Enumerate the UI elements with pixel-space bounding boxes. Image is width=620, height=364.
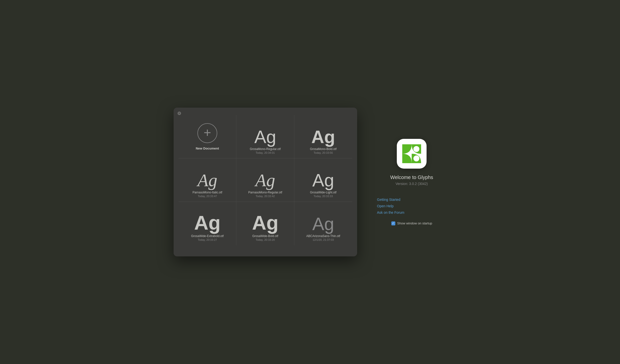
- ag-preview-0: Ag: [239, 128, 291, 146]
- welcome-title: Welcome to Glyphs: [390, 175, 433, 180]
- file-date-3: Today, 20:33:42: [248, 195, 282, 198]
- file-info-7: ABCArizonaSans-Thin.otf 12/1/20, 21:37:0…: [306, 234, 340, 241]
- welcome-dialog: ✕ + New Document Ag GrosaMono-Regular.ot…: [174, 108, 357, 256]
- file-cell-0[interactable]: Ag GrosaMono-Regular.otf Today, 20:34:01: [236, 115, 294, 158]
- app-icon: [397, 139, 427, 169]
- font-preview-7: Ag ABCArizonaSans-Thin.otf 12/1/20, 21:3…: [297, 215, 350, 241]
- close-button[interactable]: ✕: [178, 112, 181, 115]
- file-cell-7[interactable]: Ag ABCArizonaSans-Thin.otf 12/1/20, 21:3…: [294, 202, 352, 245]
- font-preview-2: Ag ParnasoMono-Italic.otf Today, 20:33:4…: [181, 171, 234, 198]
- file-name-2: ParnasoMono-Italic.otf: [192, 191, 222, 194]
- file-date-1: Today, 20:33:56: [310, 151, 337, 154]
- font-preview-4: Ag GrosaWide-Light.otf Today, 20:33:33: [297, 171, 350, 198]
- file-info-5: GrosaWide-Extrabold.otf Today, 20:33:27: [191, 234, 223, 241]
- file-info-6: GrosaWide-Bold.otf Today, 20:33:20: [252, 234, 278, 241]
- version-text: Version: 3.0.2 (3042): [396, 182, 428, 186]
- close-icon: ✕: [178, 112, 180, 115]
- plus-icon: +: [204, 126, 211, 139]
- file-info-4: GrosaWide-Light.otf Today, 20:33:33: [310, 191, 337, 198]
- font-preview-6: Ag GrosaWide-Bold.otf Today, 20:33:20: [239, 213, 291, 241]
- file-cell-6[interactable]: Ag GrosaWide-Bold.otf Today, 20:33:20: [236, 202, 294, 245]
- new-document-label: New Document: [196, 147, 219, 150]
- ag-preview-3: Ag: [239, 171, 291, 189]
- file-name-1: GrosaMono-Bold.otf: [310, 147, 337, 151]
- svg-point-2: [413, 155, 419, 161]
- ag-preview-6: Ag: [239, 213, 291, 233]
- checkmark-icon: ✓: [392, 222, 394, 225]
- file-name-5: GrosaWide-Extrabold.otf: [191, 234, 223, 238]
- show-on-startup-label: Show window on startup: [397, 221, 432, 225]
- file-cell-1[interactable]: Ag GrosaMono-Bold.otf Today, 20:33:56: [294, 115, 352, 158]
- file-date-7: 12/1/20, 21:37:03: [306, 238, 340, 241]
- show-on-startup-row: ✓ Show window on startup: [391, 221, 432, 225]
- font-preview-5: Ag GrosaWide-Extrabold.otf Today, 20:33:…: [181, 213, 234, 241]
- new-document-icon: +: [197, 123, 217, 143]
- new-document-cell[interactable]: + New Document: [179, 115, 236, 158]
- file-date-6: Today, 20:33:20: [252, 238, 278, 241]
- file-cell-3[interactable]: Ag ParnasoMono-Regular.otf Today, 20:33:…: [236, 158, 294, 202]
- ag-preview-4: Ag: [297, 171, 350, 189]
- svg-point-1: [413, 146, 419, 152]
- file-name-4: GrosaWide-Light.otf: [310, 191, 337, 194]
- show-on-startup-checkbox[interactable]: ✓: [391, 221, 395, 225]
- file-name-0: GrosaMono-Regular.otf: [250, 147, 281, 151]
- getting-started-link[interactable]: Getting Started: [377, 198, 446, 202]
- file-name-7: ABCArizonaSans-Thin.otf: [306, 234, 340, 238]
- file-grid: + New Document Ag GrosaMono-Regular.otf …: [179, 115, 352, 245]
- file-cell-2[interactable]: Ag ParnasoMono-Italic.otf Today, 20:33:4…: [179, 158, 236, 202]
- ag-preview-1: Ag: [297, 128, 350, 146]
- ag-preview-2: Ag: [181, 171, 234, 189]
- main-container: ✕ + New Document Ag GrosaMono-Regular.ot…: [174, 108, 446, 256]
- file-date-0: Today, 20:34:01: [250, 151, 281, 154]
- right-panel: Welcome to Glyphs Version: 3.0.2 (3042) …: [377, 139, 446, 225]
- file-info-3: ParnasoMono-Regular.otf Today, 20:33:42: [248, 191, 282, 198]
- file-info-2: ParnasoMono-Italic.otf Today, 20:33:47: [192, 191, 222, 198]
- file-name-3: ParnasoMono-Regular.otf: [248, 191, 282, 194]
- file-date-5: Today, 20:33:27: [191, 238, 223, 241]
- file-cell-4[interactable]: Ag GrosaWide-Light.otf Today, 20:33:33: [294, 158, 352, 202]
- links-section: Getting Started Open Help Ask on the For…: [377, 198, 446, 214]
- file-info-0: GrosaMono-Regular.otf Today, 20:34:01: [250, 147, 281, 154]
- font-preview-1: Ag GrosaMono-Bold.otf Today, 20:33:56: [297, 128, 350, 154]
- file-name-6: GrosaWide-Bold.otf: [252, 234, 278, 238]
- glyphs-logo-svg: [401, 143, 423, 165]
- font-preview-0: Ag GrosaMono-Regular.otf Today, 20:34:01: [239, 128, 291, 154]
- file-date-4: Today, 20:33:33: [310, 195, 337, 198]
- ag-preview-5: Ag: [181, 213, 234, 233]
- file-info-1: GrosaMono-Bold.otf Today, 20:33:56: [310, 147, 337, 154]
- file-cell-5[interactable]: Ag GrosaWide-Extrabold.otf Today, 20:33:…: [179, 202, 236, 245]
- open-help-link[interactable]: Open Help: [377, 204, 446, 208]
- font-preview-3: Ag ParnasoMono-Regular.otf Today, 20:33:…: [239, 171, 291, 198]
- ask-forum-link[interactable]: Ask on the Forum: [377, 211, 446, 214]
- file-date-2: Today, 20:33:47: [192, 195, 222, 198]
- ag-preview-7: Ag: [297, 215, 350, 233]
